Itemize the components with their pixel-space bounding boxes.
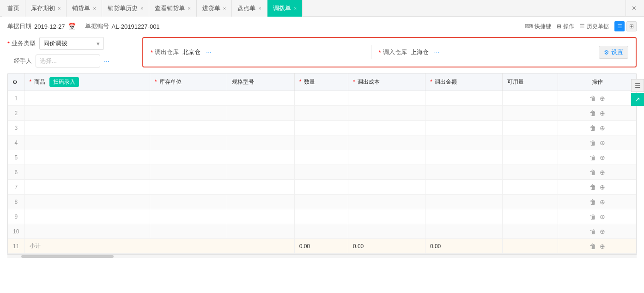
row-cost-cell[interactable] bbox=[348, 180, 425, 195]
row-quantity-cell[interactable] bbox=[294, 91, 348, 106]
row-unit-cell[interactable] bbox=[150, 209, 227, 224]
row-product-cell[interactable] bbox=[24, 91, 150, 106]
row-unit-cell[interactable] bbox=[150, 180, 227, 195]
delete-icon[interactable]: 🗑 bbox=[589, 139, 596, 146]
row-quantity-cell[interactable] bbox=[294, 224, 348, 239]
row-product-cell[interactable] bbox=[24, 224, 150, 239]
scroll-thumb[interactable] bbox=[21, 255, 114, 258]
grid-view-button[interactable]: ⊞ bbox=[626, 21, 637, 31]
th-settings[interactable]: ⚙ bbox=[8, 73, 24, 91]
delete-icon[interactable]: 🗑 bbox=[589, 95, 596, 102]
row-unit-cell[interactable] bbox=[150, 224, 227, 239]
copy-icon[interactable]: ⊕ bbox=[600, 139, 605, 146]
handler-select[interactable]: 选择... bbox=[36, 55, 100, 67]
warehouse-in-ellipsis-button[interactable]: ··· bbox=[434, 49, 440, 56]
operations-button[interactable]: ⊞ 操作 bbox=[557, 23, 574, 31]
tab-sales-order[interactable]: 销货单 × bbox=[67, 0, 102, 17]
copy-icon[interactable]: ⊕ bbox=[600, 183, 605, 191]
float-list-button[interactable]: ☰ bbox=[631, 79, 644, 92]
row-unit-cell[interactable] bbox=[150, 165, 227, 180]
row-quantity-cell[interactable] bbox=[294, 106, 348, 121]
delete-icon[interactable]: 🗑 bbox=[589, 154, 596, 161]
tab-inventory-init-close[interactable]: × bbox=[58, 6, 61, 11]
delete-icon[interactable]: 🗑 bbox=[589, 183, 596, 191]
row-cost-cell[interactable] bbox=[348, 121, 425, 135]
row-quantity-cell[interactable] bbox=[294, 150, 348, 165]
tab-purchase-order-close[interactable]: × bbox=[223, 6, 226, 11]
row-quantity-cell[interactable] bbox=[294, 135, 348, 150]
row-product-cell[interactable] bbox=[24, 150, 150, 165]
row-spec-cell[interactable] bbox=[227, 121, 294, 135]
business-type-select[interactable]: 同价调拨 ▾ bbox=[39, 37, 104, 50]
row-product-cell[interactable] bbox=[24, 106, 150, 121]
delete-icon[interactable]: 🗑 bbox=[589, 243, 596, 250]
row-spec-cell[interactable] bbox=[227, 209, 294, 224]
row-product-cell[interactable] bbox=[24, 135, 150, 150]
row-cost-cell[interactable] bbox=[348, 165, 425, 180]
tab-transfer-order[interactable]: 调拨单 × bbox=[267, 0, 303, 17]
row-cost-cell[interactable] bbox=[348, 91, 425, 106]
row-cost-cell[interactable] bbox=[348, 135, 425, 150]
row-product-cell[interactable] bbox=[24, 209, 150, 224]
tab-home[interactable]: 首页 bbox=[2, 0, 25, 17]
delete-icon[interactable]: 🗑 bbox=[589, 228, 596, 235]
copy-icon[interactable]: ⊕ bbox=[600, 110, 605, 117]
settings-button[interactable]: ⚙ 设置 bbox=[599, 46, 628, 59]
row-quantity-cell[interactable] bbox=[294, 195, 348, 209]
tab-sales-history-close[interactable]: × bbox=[140, 6, 143, 11]
row-unit-cell[interactable] bbox=[150, 135, 227, 150]
row-unit-cell[interactable] bbox=[150, 195, 227, 209]
tab-view-sales[interactable]: 查看销货单 × bbox=[149, 0, 196, 17]
row-spec-cell[interactable] bbox=[227, 165, 294, 180]
scan-button[interactable]: 扫码录入 bbox=[49, 77, 79, 87]
row-amount-cell[interactable] bbox=[425, 106, 502, 121]
row-product-cell[interactable] bbox=[24, 195, 150, 209]
copy-icon[interactable]: ⊕ bbox=[600, 213, 605, 220]
row-cost-cell[interactable] bbox=[348, 209, 425, 224]
row-quantity-cell[interactable] bbox=[294, 209, 348, 224]
row-unit-cell[interactable] bbox=[150, 150, 227, 165]
row-quantity-cell[interactable] bbox=[294, 121, 348, 135]
copy-icon[interactable]: ⊕ bbox=[600, 95, 605, 102]
row-cost-cell[interactable] bbox=[348, 195, 425, 209]
copy-icon[interactable]: ⊕ bbox=[600, 243, 605, 250]
row-spec-cell[interactable] bbox=[227, 135, 294, 150]
tab-inventory-check-close[interactable]: × bbox=[258, 6, 261, 11]
row-cost-cell[interactable] bbox=[348, 224, 425, 239]
row-cost-cell[interactable] bbox=[348, 106, 425, 121]
shortcuts-button[interactable]: ⌨ 快捷键 bbox=[525, 23, 551, 31]
row-amount-cell[interactable] bbox=[425, 165, 502, 180]
row-product-cell[interactable] bbox=[24, 121, 150, 135]
row-amount-cell[interactable] bbox=[425, 150, 502, 165]
row-product-cell[interactable] bbox=[24, 165, 150, 180]
row-amount-cell[interactable] bbox=[425, 135, 502, 150]
tab-purchase-order[interactable]: 进货单 × bbox=[197, 0, 232, 17]
list-view-button[interactable]: ☰ bbox=[614, 21, 625, 31]
delete-icon[interactable]: 🗑 bbox=[589, 169, 596, 176]
tab-transfer-order-close[interactable]: × bbox=[294, 6, 297, 11]
float-export-button[interactable]: ↗ bbox=[631, 93, 644, 106]
delete-icon[interactable]: 🗑 bbox=[589, 124, 596, 132]
row-spec-cell[interactable] bbox=[227, 150, 294, 165]
tab-sales-history[interactable]: 销货单历史 × bbox=[102, 0, 149, 17]
handler-ellipsis-button[interactable]: ··· bbox=[104, 57, 109, 65]
row-amount-cell[interactable] bbox=[425, 91, 502, 106]
row-spec-cell[interactable] bbox=[227, 91, 294, 106]
row-amount-cell[interactable] bbox=[425, 209, 502, 224]
tab-inventory-check[interactable]: 盘点单 × bbox=[232, 0, 267, 17]
row-spec-cell[interactable] bbox=[227, 195, 294, 209]
row-quantity-cell[interactable] bbox=[294, 180, 348, 195]
calendar-icon[interactable]: 📅 bbox=[68, 23, 76, 30]
row-spec-cell[interactable] bbox=[227, 180, 294, 195]
tab-bar-close-button[interactable]: × bbox=[626, 0, 642, 17]
row-unit-cell[interactable] bbox=[150, 106, 227, 121]
tab-view-sales-close[interactable]: × bbox=[188, 6, 190, 11]
row-cost-cell[interactable] bbox=[348, 150, 425, 165]
row-amount-cell[interactable] bbox=[425, 195, 502, 209]
horizontal-scrollbar[interactable] bbox=[7, 254, 637, 258]
row-amount-cell[interactable] bbox=[425, 180, 502, 195]
copy-icon[interactable]: ⊕ bbox=[600, 228, 605, 235]
copy-icon[interactable]: ⊕ bbox=[600, 124, 605, 132]
row-product-cell[interactable] bbox=[24, 180, 150, 195]
warehouse-out-ellipsis-button[interactable]: ··· bbox=[206, 49, 212, 56]
